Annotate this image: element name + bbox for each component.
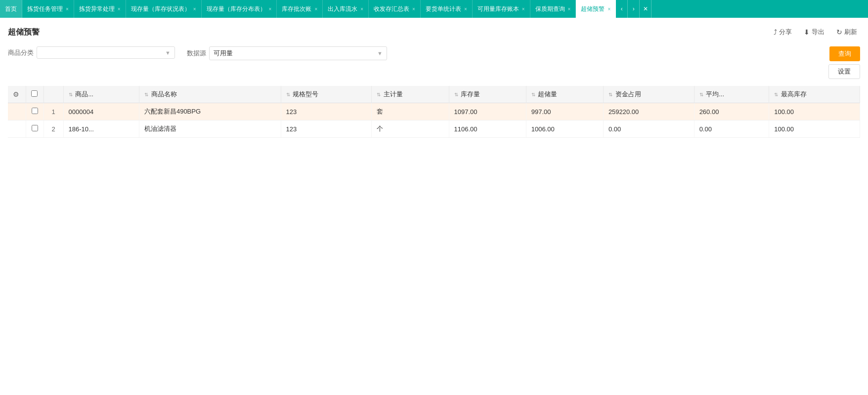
row-gear-cell: [8, 103, 26, 120]
nav-tab-order-stat-close[interactable]: ×: [464, 6, 467, 12]
share-button[interactable]: ⤴ 分享: [771, 26, 795, 39]
nav-tab-inventory-status-close[interactable]: ×: [193, 6, 196, 12]
sort-icon-unit: ⇅: [377, 92, 381, 97]
nav-tab-available-ledger-label: 可用量库存账本: [477, 5, 519, 13]
table-header-inventory[interactable]: ⇅ 库存量: [449, 86, 526, 103]
table-body: 1 0000004 六配套新昌490BPG 123 套 1097.00 997.…: [8, 103, 860, 138]
nav-tab-recv-send-label: 收发存汇总表: [374, 5, 409, 13]
export-button[interactable]: ⬇ 导出: [801, 26, 827, 39]
refresh-label: 刷新: [844, 28, 857, 37]
nav-tab-inventory-dist-label: 现存量（库存分布表）: [207, 5, 266, 13]
nav-arrow-left[interactable]: ‹: [616, 0, 628, 18]
table-header-checkbox: [26, 86, 43, 103]
share-icon: ⤴: [774, 28, 777, 36]
nav-tab-batch-close[interactable]: ×: [314, 6, 317, 12]
sort-icon-overstock: ⇅: [531, 92, 535, 97]
row-inventory: 1106.00: [449, 120, 526, 138]
nav-tab-inventory-dist[interactable]: 现存量（库存分布表） ×: [202, 0, 277, 18]
table-header-gear: ⚙: [8, 86, 26, 103]
category-select-value: [41, 49, 43, 56]
col-label-spec: 规格型号: [293, 90, 318, 98]
sort-icon-max-stock: ⇅: [774, 92, 778, 97]
col-label-inventory: 库存量: [461, 90, 480, 98]
row-max-stock: 100.00: [769, 120, 860, 138]
col-label-avg: 平均...: [706, 90, 724, 98]
table-header-capital[interactable]: ⇅ 资金占用: [603, 86, 694, 103]
nav-tab-overstock-warn-close[interactable]: ×: [608, 6, 610, 12]
nav-arrow-close[interactable]: ✕: [640, 0, 651, 18]
nav-tab-quality-check-label: 保质期查询: [535, 5, 565, 13]
nav-tab-overstock-warn[interactable]: 超储预警 ×: [576, 0, 616, 18]
settings-button[interactable]: 设置: [828, 64, 860, 79]
sort-icon-capital: ⇅: [608, 92, 612, 97]
nav-tab-inout-flow[interactable]: 出入库流水 ×: [323, 0, 369, 18]
nav-tab-inventory-status-label: 现存量（库存状况表）: [131, 5, 190, 13]
nav-tab-quality-check[interactable]: 保质期查询 ×: [530, 0, 576, 18]
nav-tab-abnormal-label: 拣货异常处理: [79, 5, 115, 13]
row-product-name: 六配套新昌490BPG: [139, 103, 281, 120]
datasource-filter: 数据源 可用量 ▼: [187, 46, 387, 60]
col-label-overstock: 超储量: [538, 90, 557, 98]
table-select-all-checkbox[interactable]: [31, 90, 38, 97]
table-header-product-code[interactable]: ⇅ 商品...: [63, 86, 139, 103]
page-title: 超储预警: [8, 27, 40, 38]
nav-tab-task-mgmt-close[interactable]: ×: [66, 6, 69, 12]
row-gear-cell: [8, 120, 26, 138]
datasource-chevron-icon: ▼: [377, 50, 383, 56]
nav-tab-available-ledger[interactable]: 可用量库存账本 ×: [473, 0, 530, 18]
page-header: 超储预警 ⤴ 分享 ⬇ 导出 ↻ 刷新: [8, 26, 860, 39]
nav-tab-recv-send-close[interactable]: ×: [412, 6, 415, 12]
nav-arrow-right[interactable]: ›: [628, 0, 640, 18]
nav-tab-abnormal[interactable]: 拣货异常处理 ×: [74, 0, 126, 18]
table-header-avg[interactable]: ⇅ 平均...: [694, 86, 769, 103]
table-header-max-stock[interactable]: ⇅ 最高库存: [769, 86, 860, 103]
category-filter-label: 商品分类: [8, 48, 34, 57]
row-checkbox-1[interactable]: [32, 125, 38, 131]
nav-tab-inout-flow-close[interactable]: ×: [360, 6, 363, 12]
row-avg: 0.00: [694, 120, 769, 138]
nav-tab-batch[interactable]: 库存批次账 ×: [277, 0, 323, 18]
col-label-unit: 主计量: [384, 90, 403, 98]
nav-tab-batch-label: 库存批次账: [282, 5, 311, 13]
nav-tab-home[interactable]: 首页: [0, 0, 22, 18]
nav-tab-task-mgmt[interactable]: 拣货任务管理 ×: [22, 0, 74, 18]
row-product-code: 186-10...: [63, 120, 139, 138]
datasource-select-value: 可用量: [214, 49, 233, 58]
row-checkbox-cell: [26, 103, 43, 120]
col-label-max-stock: 最高库存: [781, 90, 807, 98]
sort-icon-product-name: ⇅: [144, 92, 148, 97]
row-product-name: 机油滤清器: [139, 120, 281, 138]
refresh-icon: ↻: [836, 28, 842, 36]
nav-tab-task-mgmt-label: 拣货任务管理: [27, 5, 63, 13]
nav-tab-abnormal-close[interactable]: ×: [118, 6, 121, 12]
table-header-unit[interactable]: ⇅ 主计量: [372, 86, 449, 103]
nav-tab-inventory-dist-close[interactable]: ×: [269, 6, 272, 12]
refresh-button[interactable]: ↻ 刷新: [833, 26, 860, 39]
table-header-spec[interactable]: ⇅ 规格型号: [281, 86, 372, 103]
table-header-rownum: [43, 86, 63, 103]
category-select[interactable]: ▼: [37, 46, 175, 59]
col-label-product-code: 商品...: [75, 90, 93, 98]
sort-icon-spec: ⇅: [286, 92, 290, 97]
nav-tab-recv-send[interactable]: 收发存汇总表 ×: [369, 0, 421, 18]
query-button[interactable]: 查询: [829, 46, 860, 61]
table-header-overstock[interactable]: ⇅ 超储量: [526, 86, 603, 103]
export-icon: ⬇: [804, 28, 810, 36]
table-header-product-name[interactable]: ⇅ 商品名称: [139, 86, 281, 103]
row-max-stock: 100.00: [769, 103, 860, 120]
category-filter: 商品分类 ▼: [8, 46, 175, 59]
row-overstock: 1006.00: [526, 120, 603, 138]
share-label: 分享: [779, 28, 792, 37]
col-label-capital: 资金占用: [615, 90, 641, 98]
nav-tab-inventory-status[interactable]: 现存量（库存状况表） ×: [126, 0, 202, 18]
row-checkbox-0[interactable]: [32, 108, 38, 114]
top-navigation: 首页 拣货任务管理 × 拣货异常处理 × 现存量（库存状况表） × 现存量（库存…: [0, 0, 868, 18]
table-header-row: ⚙ ⇅ 商品... ⇅ 商品名称 ⇅ 规格型号: [8, 86, 860, 103]
nav-tab-quality-check-close[interactable]: ×: [568, 6, 571, 12]
row-inventory: 1097.00: [449, 103, 526, 120]
datasource-select[interactable]: 可用量 ▼: [209, 46, 387, 60]
gear-settings-button[interactable]: ⚙: [13, 90, 19, 98]
table-row: 1 0000004 六配套新昌490BPG 123 套 1097.00 997.…: [8, 103, 860, 120]
nav-tab-order-stat[interactable]: 要货单统计表 ×: [421, 0, 473, 18]
nav-tab-available-ledger-close[interactable]: ×: [522, 6, 525, 12]
